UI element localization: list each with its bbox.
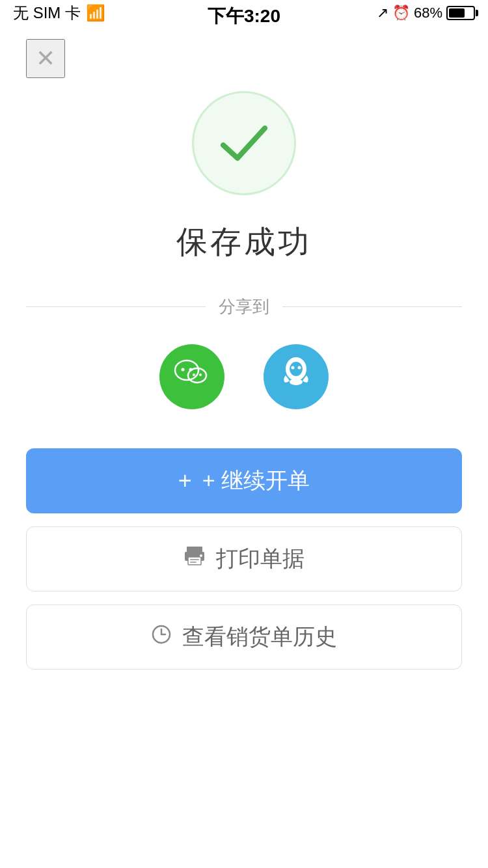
svg-point-8 [291,366,295,370]
share-label: 分享到 [219,295,269,318]
battery-icon [446,6,475,20]
printer-icon [183,547,206,571]
success-title: 保存成功 [176,221,312,263]
status-right: ↗ ⏰ 68% [377,5,475,21]
svg-point-0 [175,360,198,380]
divider-left [26,306,206,307]
wifi-icon: 📶 [86,4,105,22]
svg-rect-13 [188,557,201,565]
svg-point-10 [290,379,303,385]
svg-rect-14 [190,559,199,560]
print-button[interactable]: 打印单据 [26,526,462,591]
close-button[interactable]: ✕ [26,39,65,78]
divider-right [282,306,462,307]
plus-icon: + [178,467,192,495]
share-icons-row [26,344,462,409]
status-time: 下午3:20 [208,4,280,29]
continue-button[interactable]: + + 继续开单 [26,448,462,513]
battery-percent: 68% [414,5,442,21]
status-left: 无 SIM 卡 📶 [13,3,105,23]
history-label: 查看销货单历史 [182,622,337,652]
svg-point-2 [182,368,185,372]
sim-text: 无 SIM 卡 [13,3,81,23]
share-section: 分享到 [26,295,462,409]
svg-rect-15 [190,562,197,563]
qq-share-button[interactable] [264,344,329,409]
svg-point-9 [298,366,301,370]
print-label: 打印单据 [216,544,305,574]
alarm-icon: ⏰ [392,5,410,21]
close-icon: ✕ [36,47,55,70]
success-circle [192,91,296,195]
qq-icon [279,355,313,399]
svg-point-3 [189,368,193,372]
svg-point-16 [200,554,202,557]
checkmark-icon [218,120,270,166]
actions-section: + + 继续开单 打印单据 [26,448,462,670]
wechat-share-button[interactable] [159,344,224,409]
svg-rect-11 [187,547,202,552]
status-bar: 无 SIM 卡 📶 下午3:20 ↗ ⏰ 68% [0,0,488,26]
history-icon [151,624,172,650]
svg-point-4 [193,373,195,376]
continue-label: + 继续开单 [202,466,310,496]
svg-point-5 [199,373,202,376]
wechat-icon [174,357,210,396]
location-icon: ↗ [377,5,388,21]
main-content: ✕ 保存成功 分享到 [0,26,488,868]
svg-point-7 [290,362,303,376]
share-divider-row: 分享到 [26,295,462,318]
history-button[interactable]: 查看销货单历史 [26,604,462,670]
